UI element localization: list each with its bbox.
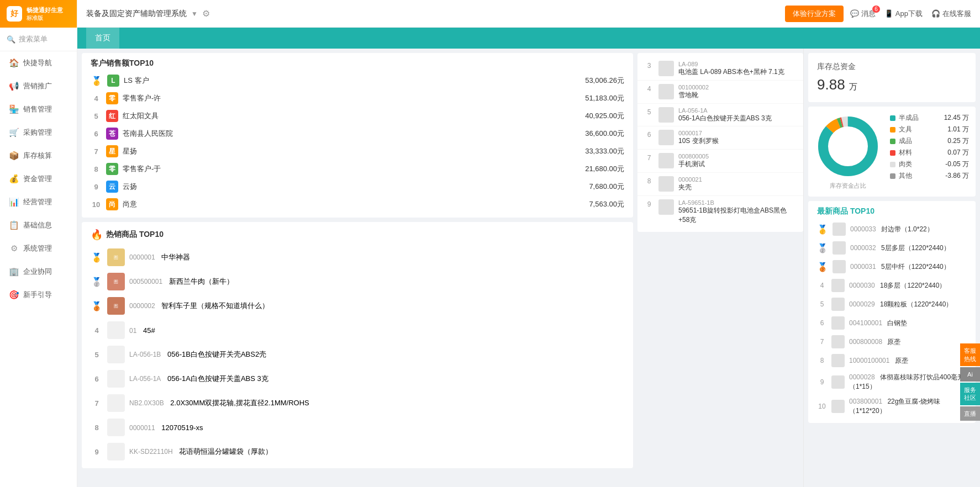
product-info: LA-056-1A 056-1A白色按键开关盖ABS 3克 bbox=[129, 374, 624, 384]
mid-column: 3 LA-089 电池盖 LA-089 ABS本色+黑种 7.1克 4 0010… bbox=[637, 49, 803, 487]
content: 客户销售额TOP10 🥇 L LS 客户 53,006.26元 4 零 零售客户… bbox=[77, 49, 980, 487]
messages-button[interactable]: 💬 消息 6 bbox=[850, 9, 876, 19]
customer-amount: 40,925.00元 bbox=[585, 111, 624, 121]
list-item[interactable]: 8 10000100001 原垄 bbox=[808, 351, 976, 370]
list-item[interactable]: 10 003800001 22g鱼豆腐-烧烤味（1*12*20） bbox=[808, 394, 976, 419]
list-item[interactable]: 9 云 云扬 7,680.00元 bbox=[86, 178, 629, 195]
rank-number: 9 bbox=[644, 199, 654, 208]
sidebar-item-operations[interactable]: 📊 经营管理 bbox=[0, 190, 77, 214]
customer-name: 星扬 bbox=[123, 146, 581, 156]
app-download-button[interactable]: 📱 App下载 bbox=[884, 9, 923, 19]
list-item[interactable]: 4 0000030 18多层（1220*2440） bbox=[808, 276, 976, 295]
topbar-gear-icon[interactable]: ⚙ bbox=[202, 8, 210, 19]
service-community-button[interactable]: 服务社区 bbox=[960, 383, 980, 405]
sidebar-item-purchase[interactable]: 🛒 采购管理 bbox=[0, 121, 77, 144]
product-code: 001000002 bbox=[678, 84, 797, 91]
ai-button[interactable]: Ai bbox=[960, 367, 980, 382]
list-item[interactable]: 8 0000021 夹壳 bbox=[637, 173, 803, 196]
purchase-icon: 🛒 bbox=[9, 128, 19, 137]
list-item[interactable]: 🥇 0000033 封边带（1.0*22） bbox=[808, 220, 976, 239]
list-item[interactable]: 10 尚 尚意 7,563.00元 bbox=[86, 195, 629, 213]
list-item[interactable]: 9 KK-SD22110H 花语萌恒温分罐罐袋（厚款） bbox=[82, 440, 633, 464]
sidebar-item-finance[interactable]: 💰 资金管理 bbox=[0, 167, 77, 190]
list-item[interactable]: 8 0000011 12070519-xs bbox=[82, 415, 633, 440]
product-info: KK-SD22110H 花语萌恒温分罐罐袋（厚款） bbox=[129, 447, 624, 457]
product-name: 智利车子里（规格不知道填什么） bbox=[161, 301, 269, 310]
product-info: 0000032 5层多层（1220*2440） bbox=[850, 244, 967, 253]
list-item[interactable]: 5 LA-056-1B 056-1B白色按键开关壳ABS2壳 bbox=[82, 342, 633, 367]
sidebar-item-guide[interactable]: 🎯 新手引导 bbox=[0, 283, 77, 306]
customer-name: 零售客户-于 bbox=[123, 164, 581, 174]
topbar-dropdown-icon[interactable]: ▼ bbox=[191, 10, 198, 18]
product-code: LA-056-1A bbox=[129, 375, 161, 383]
list-item[interactable]: 5 0000029 18颗粒板（1220*2440） bbox=[808, 295, 976, 314]
list-item[interactable]: 7 000800005 手机测试 bbox=[637, 150, 803, 173]
online-service-button[interactable]: 🎧 在线客服 bbox=[931, 9, 971, 19]
legend-name: 其他 bbox=[899, 171, 942, 181]
list-item[interactable]: 🥈 0000032 5层多层（1220*2440） bbox=[808, 239, 976, 257]
list-item[interactable]: 🥇 图 0000001 中华神器 bbox=[82, 245, 633, 269]
system-title: 装备及固定资产辅助管理系统 bbox=[86, 9, 187, 19]
product-thumbnail bbox=[658, 153, 674, 168]
legend-name: 半成品 bbox=[899, 113, 941, 123]
trial-button[interactable]: 体验行业方案 bbox=[785, 6, 844, 22]
rank-number: 6 bbox=[91, 375, 103, 383]
list-item[interactable]: 5 LA-056-1A 056-1A白色按键开关盖ABS 3克 bbox=[637, 104, 803, 127]
list-item[interactable]: 6 苍 苍南县人民医院 36,600.00元 bbox=[86, 125, 629, 142]
product-thumbnail bbox=[658, 61, 674, 76]
list-item[interactable]: 3 LA-089 电池盖 LA-089 ABS本色+黑种 7.1克 bbox=[637, 57, 803, 81]
list-item[interactable]: 9 0000028 体彻嘉枝味苏打饮品400毫升（1*15） bbox=[808, 370, 976, 394]
list-item[interactable]: 5 红 红太阳文具 40,925.00元 bbox=[86, 107, 629, 125]
product-detail: LA-089 电池盖 LA-089 ABS本色+黑种 7.1克 bbox=[678, 61, 797, 77]
topbar-actions: 💬 消息 6 📱 App下载 🎧 在线客服 bbox=[850, 9, 971, 19]
inventory-card: 库存总资金 9.88 万 bbox=[808, 53, 976, 102]
sidebar-item-collab[interactable]: 🏢 企业协同 bbox=[0, 260, 77, 283]
legend-dot bbox=[890, 139, 895, 144]
sidebar-item-sales[interactable]: 🏪 销售管理 bbox=[0, 98, 77, 121]
rank-number: 8 bbox=[91, 165, 102, 173]
list-item[interactable]: 6 0000017 10S 变刹罗猴 bbox=[637, 126, 803, 150]
list-item[interactable]: 🥇 L LS 客户 53,006.26元 bbox=[86, 72, 629, 89]
list-item[interactable]: 6 LA-056-1A 056-1A白色按键开关盖ABS 3克 bbox=[82, 367, 633, 391]
sidebar-item-basics[interactable]: 📋 基础信息 bbox=[0, 214, 77, 237]
list-item[interactable]: 8 零 零售客户-于 21,680.00元 bbox=[86, 160, 629, 178]
headset-icon: 🎧 bbox=[931, 9, 940, 18]
product-code: 10000100001 bbox=[849, 357, 889, 364]
list-item[interactable]: 7 NB2.0X30B 2.0X30MM双摆花轴,摆花直径2.1MM/ROHS bbox=[82, 391, 633, 415]
topbar: 装备及固定资产辅助管理系统 ▼ ⚙ 体验行业方案 💬 消息 6 📱 App下载 … bbox=[77, 0, 980, 28]
bronze-medal-icon: 🥉 bbox=[817, 262, 828, 272]
customer-hotline-button[interactable]: 客服热线 bbox=[960, 343, 980, 366]
list-item[interactable]: 🥉 图 0000002 智利车子里（规格不知道填什么） bbox=[82, 294, 633, 318]
nav-tabs: 首页 bbox=[77, 28, 980, 49]
list-item[interactable]: 🥉 0000031 5层中纤（1220*2440） bbox=[808, 257, 976, 276]
product-info: 10000100001 原垄 bbox=[849, 356, 967, 366]
sidebar-search[interactable]: 🔍 搜索菜单 bbox=[0, 28, 77, 51]
sidebar-item-marketing[interactable]: 📢 营销推广 bbox=[0, 75, 77, 98]
list-item[interactable]: 4 零 零售客户-许 51,183.00元 bbox=[86, 89, 629, 107]
product-name: 056-1A白色按键开关盖ABS 3克 bbox=[167, 374, 268, 383]
product-code: 0000021 bbox=[678, 176, 797, 183]
legend-name: 材料 bbox=[899, 148, 944, 157]
list-item[interactable]: 9 LA-59651-1B 59651-1B旋转投影灯电池盒ABS黑色+58克 bbox=[637, 196, 803, 228]
sidebar-item-system[interactable]: ⚙ 系统管理 bbox=[0, 237, 77, 260]
product-thumbnail bbox=[107, 394, 125, 412]
chart-label: 库存资金占比 bbox=[830, 182, 866, 190]
customer-amount: 51,183.00元 bbox=[585, 93, 624, 103]
list-item[interactable]: 7 星 星扬 33,333.00元 bbox=[86, 142, 629, 160]
list-item[interactable]: 7 000800008 原垄 bbox=[808, 332, 976, 351]
list-item[interactable]: 4 01 45# bbox=[82, 318, 633, 342]
tab-home[interactable]: 首页 bbox=[86, 28, 119, 49]
product-code: 000800008 bbox=[849, 338, 882, 346]
product-detail: 0000017 10S 变刹罗猴 bbox=[678, 130, 797, 146]
product-name: 封边带（1.0*22） bbox=[881, 225, 934, 233]
live-button[interactable]: 直播 bbox=[960, 406, 980, 421]
product-name: 12070519-xs bbox=[161, 424, 203, 432]
customer-name: 苍南县人民医院 bbox=[123, 129, 581, 139]
rank-number: 3 bbox=[644, 61, 654, 70]
product-thumbnail bbox=[831, 375, 845, 389]
list-item[interactable]: 4 001000002 雪地靴 bbox=[637, 81, 803, 104]
list-item[interactable]: 🥈 图 000500001 新西兰牛肉（新牛） bbox=[82, 269, 633, 294]
list-item[interactable]: 6 004100001 白钢垫 bbox=[808, 314, 976, 332]
sidebar-item-inventory[interactable]: 📦 库存核算 bbox=[0, 144, 77, 167]
sidebar-item-quick-nav[interactable]: 🏠 快捷导航 bbox=[0, 51, 77, 75]
